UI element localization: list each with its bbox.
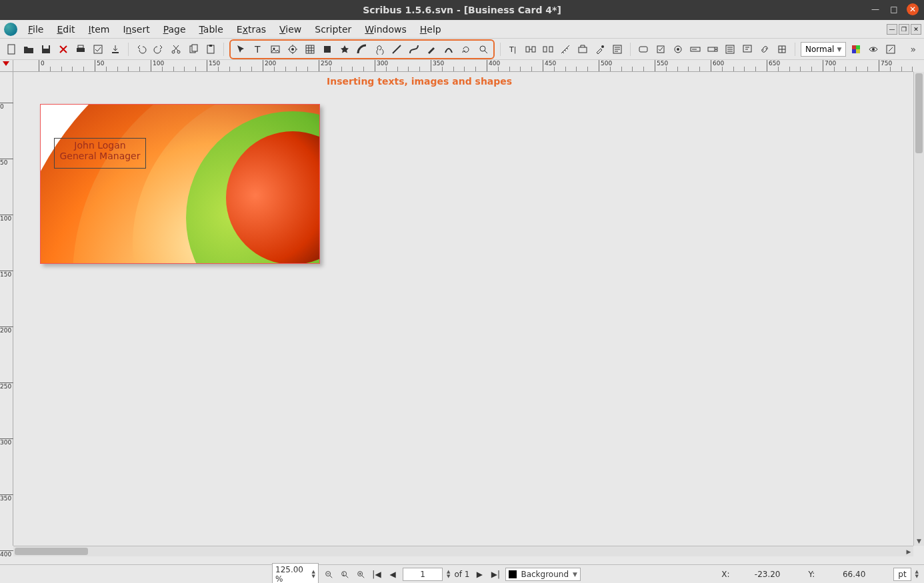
card-text-frame[interactable]: John Logan General Manager xyxy=(54,138,146,169)
svg-rect-29 xyxy=(639,47,647,52)
bezier-button[interactable] xyxy=(407,42,421,57)
text-frame-button[interactable]: T xyxy=(251,42,265,57)
redo-button[interactable] xyxy=(151,42,166,57)
toggle-colormgmt-button[interactable] xyxy=(849,42,863,57)
pdf-listbox-button[interactable] xyxy=(723,42,737,57)
coord-y-value: 66.40 xyxy=(819,570,865,579)
unit-select[interactable]: pt xyxy=(893,568,911,581)
zoom-in-button[interactable] xyxy=(355,568,367,580)
preflight-button[interactable] xyxy=(91,42,105,57)
toolbar-overflow-button[interactable]: » xyxy=(906,44,920,55)
copy-button[interactable] xyxy=(186,42,201,57)
scroll-right-arrow-icon[interactable]: ▶ xyxy=(904,546,913,556)
vertical-scrollbar[interactable]: ▲ ▼ xyxy=(913,72,924,546)
menu-edit[interactable]: Edit xyxy=(50,21,81,37)
svg-text:T|: T| xyxy=(509,45,516,54)
current-page-field[interactable]: 1 xyxy=(403,568,443,581)
calligraphic-button[interactable] xyxy=(441,42,456,57)
pdf-checkbox-button[interactable] xyxy=(653,42,668,57)
menu-windows[interactable]: Windows xyxy=(358,21,413,37)
paste-button[interactable] xyxy=(203,42,218,57)
document-canvas[interactable]: Inserting texts, images and shapes John … xyxy=(13,72,913,546)
horizontal-scrollbar[interactable]: ◀ ▶ xyxy=(13,546,913,556)
edit-text-button[interactable]: T| xyxy=(506,42,521,57)
shape-button[interactable] xyxy=(320,42,335,57)
print-button[interactable] xyxy=(73,42,88,57)
scroll-thumb[interactable] xyxy=(15,548,88,555)
preview-mode-button[interactable] xyxy=(866,42,881,57)
pdf-button-button[interactable] xyxy=(636,42,651,57)
main-toolbar: T T| Normal▼ » xyxy=(0,39,924,60)
arc-button[interactable] xyxy=(355,42,369,57)
menu-table[interactable]: Table xyxy=(193,21,230,37)
menu-item[interactable]: Item xyxy=(82,21,117,37)
polygon-button[interactable] xyxy=(337,42,352,57)
horizontal-ruler[interactable]: 0501001502002503003504004505005506006507… xyxy=(13,60,913,72)
undo-button[interactable] xyxy=(134,42,149,57)
menu-extras[interactable]: Extras xyxy=(230,21,273,37)
image-frame-button[interactable] xyxy=(268,42,283,57)
chevron-down-icon: ▼ xyxy=(573,571,577,578)
ruler-origin[interactable] xyxy=(0,60,13,72)
unit-spinner[interactable]: ▲▼ xyxy=(915,570,919,579)
zoom-level-field[interactable]: 125.00 % ▲▼ xyxy=(272,563,319,584)
svg-point-42 xyxy=(872,48,875,51)
pdf-3dannot-button[interactable] xyxy=(775,42,789,57)
menu-help[interactable]: Help xyxy=(413,21,448,37)
rotate-button[interactable] xyxy=(459,42,473,57)
menu-file[interactable]: File xyxy=(21,21,50,37)
pdf-radio-button[interactable] xyxy=(671,42,685,57)
freehand-button[interactable] xyxy=(424,42,439,57)
pdf-textfield-button[interactable] xyxy=(688,42,703,57)
scroll-down-arrow-icon[interactable]: ▼ xyxy=(914,536,924,546)
new-doc-button[interactable] xyxy=(4,42,19,57)
line-button[interactable] xyxy=(389,42,404,57)
layer-select[interactable]: Background ▼ xyxy=(505,568,581,581)
eyedropper-button[interactable] xyxy=(593,42,607,57)
open-doc-button[interactable] xyxy=(21,42,36,57)
menu-page[interactable]: Page xyxy=(157,21,193,37)
copy-properties-button[interactable] xyxy=(575,42,590,57)
render-frame-button[interactable] xyxy=(285,42,300,57)
first-page-button[interactable]: |◀ xyxy=(371,568,383,580)
window-close-button[interactable]: ✕ xyxy=(907,3,919,15)
pdf-textannot-button[interactable] xyxy=(740,42,755,57)
select-tool-button[interactable] xyxy=(233,42,248,57)
edit-in-preview-button[interactable] xyxy=(883,42,898,57)
next-page-button[interactable]: ▶ xyxy=(473,568,485,580)
last-page-button[interactable]: ▶| xyxy=(489,568,501,580)
menu-view[interactable]: View xyxy=(273,21,308,37)
prev-page-button[interactable]: ◀ xyxy=(387,568,399,580)
page-business-card[interactable]: John Logan General Manager xyxy=(40,104,320,264)
zoom-out-button[interactable] xyxy=(323,568,335,580)
close-doc-button[interactable] xyxy=(56,42,71,57)
unlink-frames-button[interactable] xyxy=(541,42,555,57)
window-minimize-button[interactable]: — xyxy=(869,3,881,15)
zoom-100-button[interactable]: 1 xyxy=(339,568,351,580)
story-editor-button[interactable] xyxy=(610,42,625,57)
menu-insert[interactable]: Insert xyxy=(116,21,156,37)
pdf-combobox-button[interactable] xyxy=(705,42,720,57)
save-doc-button[interactable] xyxy=(39,42,53,57)
export-pdf-button[interactable] xyxy=(108,42,123,57)
menu-scripter[interactable]: Scripter xyxy=(308,21,358,37)
pdf-link-button[interactable] xyxy=(757,42,772,57)
window-maximize-button[interactable]: □ xyxy=(888,3,900,15)
scroll-thumb[interactable] xyxy=(915,73,923,153)
mdi-close-button[interactable]: ✕ xyxy=(911,24,921,35)
cut-button[interactable] xyxy=(169,42,183,57)
card-name-text: John Logan xyxy=(55,140,145,151)
spiral-button[interactable] xyxy=(372,42,387,57)
mdi-minimize-button[interactable]: — xyxy=(887,24,897,35)
page-spinner[interactable]: ▲▼ xyxy=(447,570,450,579)
svg-rect-2 xyxy=(43,45,49,49)
preview-quality-select[interactable]: Normal▼ xyxy=(801,42,846,57)
zoom-button[interactable] xyxy=(476,42,491,57)
zoom-spinner[interactable]: ▲▼ xyxy=(312,570,315,579)
svg-point-27 xyxy=(601,45,604,48)
mdi-restore-button[interactable]: ❐ xyxy=(899,24,909,35)
measure-button[interactable] xyxy=(558,42,573,57)
table-button[interactable] xyxy=(303,42,317,57)
vertical-ruler[interactable]: 050100150200250300350400 xyxy=(0,72,13,546)
link-frames-button[interactable] xyxy=(523,42,538,57)
